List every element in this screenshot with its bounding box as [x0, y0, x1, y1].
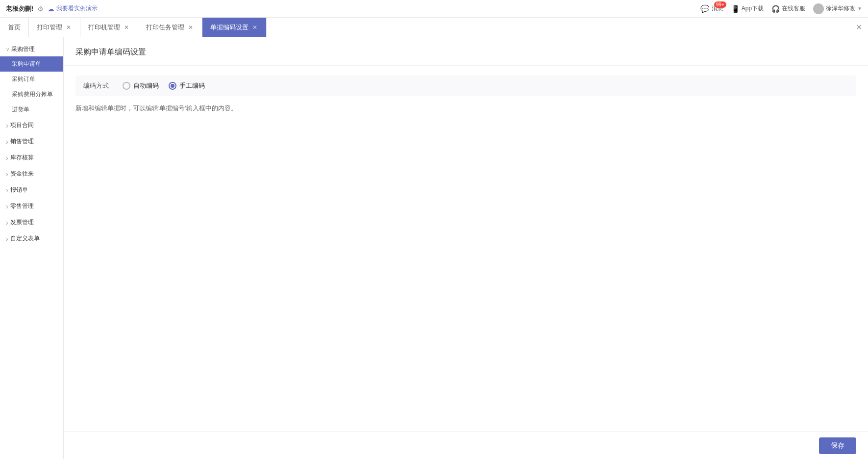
sidebar-group-returns-label: 报销单	[10, 186, 28, 194]
layout: ∨ 采购管理 采购申请单 采购订单 采购费用分摊单 进货单 项目合同 销售管理 …	[0, 37, 868, 459]
chevron-right-icon-inventory	[6, 154, 8, 162]
main-content: 采购申请单编码设置 编码方式 自动编码 手工编码 新增和编辑单据时，可以编辑'单…	[64, 37, 868, 459]
hint-text: 新增和编辑单据时，可以编辑'单据编号'输入框中的内容。	[75, 104, 856, 113]
app-download-button[interactable]: 📱 App下载	[731, 4, 764, 13]
topbar-demo[interactable]: ☁ 我要看实例演示	[48, 4, 98, 13]
sidebar-group-sales[interactable]: 销售管理	[0, 133, 63, 150]
user-name: 徐泽华修改	[826, 4, 855, 13]
app-download-label: App下载	[742, 4, 764, 13]
sidebar-group-retail-label: 零售管理	[10, 202, 34, 210]
brand-text: 老板勿刪!	[6, 4, 33, 13]
sidebar-group-retail[interactable]: 零售管理	[0, 198, 63, 214]
user-menu[interactable]: 徐泽华修改 ▼	[813, 3, 862, 14]
sidebar-item-stock-in-label: 进货单	[12, 106, 29, 113]
tab-print-task-label: 打印任务管理	[146, 23, 184, 32]
radio-manual-encoding[interactable]: 手工编码	[169, 81, 205, 90]
topbar-right: 💬 消息 99+ 📱 App下载 🎧 在线客服 徐泽华修改 ▼	[700, 3, 862, 14]
tab-printer-manage[interactable]: 打印机管理 ✕	[80, 18, 138, 37]
message-icon: 💬	[700, 4, 710, 13]
sidebar-group-custom-form[interactable]: 自定义表单	[0, 230, 63, 247]
radio-manual-circle	[169, 82, 176, 90]
tab-barcode-setting[interactable]: 单据编码设置 ✕	[202, 18, 267, 37]
tab-barcode-setting-close[interactable]: ✕	[251, 23, 258, 32]
chevron-right-icon	[6, 122, 8, 129]
sidebar-item-purchase-order-label: 采购订单	[12, 76, 35, 82]
topbar-left: 老板勿刪! ⚙ ☁ 我要看实例演示	[6, 4, 98, 13]
sidebar-group-returns[interactable]: 报销单	[0, 182, 63, 198]
chevron-right-icon-invoice	[6, 219, 8, 227]
page-title: 采购申请单编码设置	[75, 48, 146, 56]
sidebar-group-purchase[interactable]: ∨ 采购管理	[0, 41, 63, 56]
sidebar: ∨ 采购管理 采购申请单 采购订单 采购费用分摊单 进货单 项目合同 销售管理 …	[0, 37, 64, 459]
chevron-right-icon-retail	[6, 203, 8, 210]
sidebar-group-sales-label: 销售管理	[10, 137, 34, 146]
tab-print-manage[interactable]: 打印管理 ✕	[29, 18, 80, 37]
sidebar-group-fund[interactable]: 资金往来	[0, 166, 63, 182]
radio-auto-encoding[interactable]: 自动编码	[123, 81, 159, 90]
chevron-down-icon: ∨	[6, 47, 9, 52]
cloud-icon: ☁	[48, 5, 54, 13]
online-service-label: 在线客服	[782, 4, 805, 13]
sidebar-group-project-contract[interactable]: 项目合同	[0, 117, 63, 133]
sidebar-item-purchase-expense[interactable]: 采购费用分摊单	[0, 87, 63, 102]
tab-home[interactable]: 首页	[0, 18, 29, 37]
sidebar-item-purchase-request[interactable]: 采购申请单	[0, 56, 63, 72]
sidebar-group-purchase-label: 采购管理	[11, 45, 35, 53]
encoding-row: 编码方式 自动编码 手工编码	[75, 76, 856, 96]
message-count-badge: 99+	[714, 1, 726, 8]
sidebar-item-stock-in[interactable]: 进货单	[0, 102, 63, 117]
sidebar-group-invoice[interactable]: 发票管理	[0, 214, 63, 230]
chevron-right-icon-fund	[6, 170, 8, 178]
tabs-bar: 首页 打印管理 ✕ 打印机管理 ✕ 打印任务管理 ✕ 单据编码设置 ✕ ✕	[0, 18, 868, 37]
sidebar-group-inventory[interactable]: 库存核算	[0, 150, 63, 166]
online-service-button[interactable]: 🎧 在线客服	[771, 4, 805, 13]
sidebar-group-invoice-label: 发票管理	[10, 218, 34, 227]
close-all-tabs-button[interactable]: ✕	[850, 18, 868, 37]
sidebar-group-project-contract-label: 项目合同	[10, 121, 34, 129]
save-button[interactable]: 保存	[819, 437, 856, 454]
app-icon: 📱	[731, 5, 740, 13]
chevron-down-icon: ▼	[857, 6, 862, 11]
chevron-right-icon-sales	[6, 138, 8, 146]
topbar-settings-icon[interactable]: ⚙	[37, 5, 44, 13]
page-header: 采购申请单编码设置	[64, 37, 868, 66]
sidebar-group-custom-form-label: 自定义表单	[10, 234, 40, 243]
sidebar-group-inventory-label: 库存核算	[10, 153, 34, 162]
avatar	[813, 3, 824, 14]
chevron-right-icon-returns	[6, 186, 8, 194]
tab-print-task-close[interactable]: ✕	[187, 23, 194, 32]
tab-print-manage-label: 打印管理	[37, 23, 62, 32]
radio-group: 自动编码 手工编码	[123, 81, 205, 90]
tab-barcode-setting-label: 单据编码设置	[210, 23, 248, 32]
page-body: 编码方式 自动编码 手工编码 新增和编辑单据时，可以编辑'单据编号'输入框中的内…	[64, 66, 868, 432]
demo-label: 我要看实例演示	[56, 4, 98, 13]
tab-print-manage-close[interactable]: ✕	[65, 23, 72, 32]
service-icon: 🎧	[771, 5, 780, 13]
message-button[interactable]: 💬 消息 99+	[700, 4, 723, 13]
radio-auto-circle	[123, 82, 130, 90]
radio-manual-label: 手工编码	[179, 81, 205, 90]
chevron-right-icon-custom	[6, 235, 8, 243]
encoding-label: 编码方式	[83, 81, 113, 90]
sidebar-item-purchase-order[interactable]: 采购订单	[0, 72, 63, 87]
tab-printer-manage-label: 打印机管理	[88, 23, 120, 32]
tab-print-task[interactable]: 打印任务管理 ✕	[138, 18, 202, 37]
tab-printer-manage-close[interactable]: ✕	[123, 23, 130, 32]
sidebar-item-purchase-expense-label: 采购费用分摊单	[12, 91, 53, 98]
topbar: 老板勿刪! ⚙ ☁ 我要看实例演示 💬 消息 99+ 📱 App下载 🎧 在线客…	[0, 0, 868, 18]
sidebar-item-purchase-request-label: 采购申请单	[12, 60, 41, 67]
radio-auto-label: 自动编码	[133, 81, 159, 90]
page-footer: 保存	[64, 432, 868, 459]
sidebar-group-fund-label: 资金往来	[10, 170, 34, 178]
